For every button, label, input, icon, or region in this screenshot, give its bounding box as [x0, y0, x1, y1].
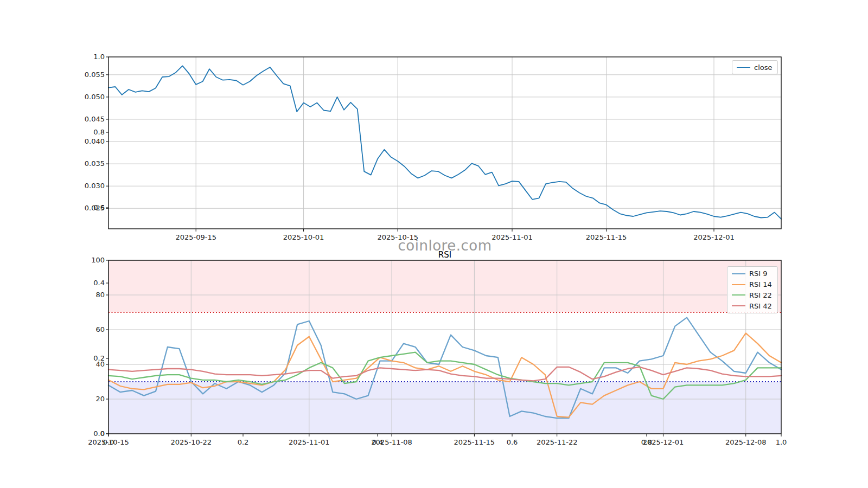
- legend-label: close: [754, 64, 772, 71]
- y-tick-label: 0.055: [85, 71, 105, 79]
- legend-line-icon: [732, 273, 745, 274]
- overbought-band: [108, 260, 781, 312]
- figure-x-tick-label: 0.6: [507, 439, 518, 446]
- x-tick-label: 2025-12-08: [725, 439, 767, 446]
- axes-spine: [108, 57, 781, 229]
- close-line: [108, 66, 781, 219]
- y-tick-label: 60: [95, 326, 105, 333]
- figure: 0.0550.0500.0450.0400.0350.0300.0252025-…: [0, 0, 868, 488]
- close-legend: close: [732, 60, 778, 74]
- legend-label: RSI 42: [749, 303, 772, 310]
- legend-label: RSI 9: [749, 270, 768, 277]
- y-tick-label: 20: [95, 395, 105, 403]
- legend-item-rsi-9: RSI 9: [732, 268, 773, 279]
- rsi-title: RSI: [438, 250, 451, 260]
- figure-y-tick-label: 0.4: [93, 279, 105, 287]
- figure-x-tick-label: 1.0: [776, 439, 787, 446]
- y-tick-label: 0.040: [85, 138, 105, 145]
- x-tick-label: 2025-10-22: [170, 439, 212, 446]
- legend-item-rsi-42: RSI 42: [732, 300, 773, 311]
- figure-y-tick-label: 0.2: [93, 355, 105, 362]
- legend-line-icon: [732, 294, 745, 296]
- y-tick-label: 100: [91, 256, 105, 264]
- y-tick-label: 0.030: [85, 182, 105, 190]
- figure-y-tick-label: 0.6: [93, 204, 105, 211]
- figure-y-tick-label: 1.0: [93, 53, 105, 61]
- figure-x-tick-label: 0.8: [641, 439, 653, 446]
- y-tick-label: 0.045: [85, 115, 105, 123]
- x-tick-label: 2025-11-15: [586, 234, 627, 241]
- legend-line-icon: [732, 305, 745, 306]
- x-tick-label: 2025-11-22: [537, 439, 578, 446]
- legend-label: RSI 22: [749, 292, 772, 299]
- figure-x-tick-label: 0.2: [238, 439, 249, 446]
- y-tick-label: 80: [95, 291, 105, 299]
- figure-x-tick-label: 0.0: [103, 439, 114, 446]
- legend-item-close: close: [737, 62, 773, 72]
- legend-line-icon: [732, 284, 745, 285]
- rsi-legend: RSI 9RSI 14RSI 22RSI 42: [727, 266, 778, 313]
- figure-y-tick-label: 0.8: [93, 129, 105, 136]
- figure-x-tick-label: 0.4: [372, 439, 384, 446]
- figure-y-tick-label: 0.0: [93, 430, 105, 438]
- oversold-band: [108, 382, 781, 434]
- x-tick-label: 2025-12-01: [693, 234, 735, 241]
- x-tick-label: 2025-11-15: [454, 439, 495, 446]
- x-tick-label: 2025-11-01: [289, 439, 330, 446]
- x-tick-label: 2025-11-01: [492, 234, 533, 241]
- legend-item-rsi-22: RSI 22: [732, 290, 773, 301]
- legend-item-rsi-14: RSI 14: [732, 279, 773, 290]
- x-tick-label: 2025-09-15: [175, 234, 216, 241]
- legend-label: RSI 14: [749, 281, 772, 288]
- y-tick-label: 0.050: [85, 93, 105, 101]
- legend-line-icon: [737, 67, 750, 68]
- x-tick-label: 2025-10-01: [283, 234, 324, 241]
- y-tick-label: 0.035: [85, 160, 105, 168]
